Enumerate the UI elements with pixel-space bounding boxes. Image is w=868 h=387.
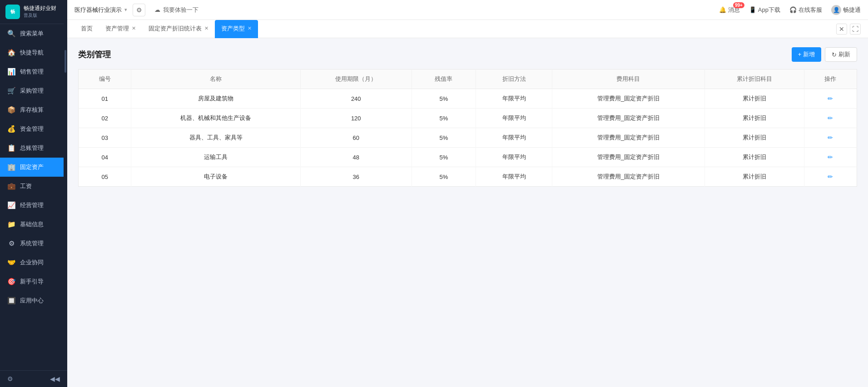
sidebar-item-label: 销售管理	[20, 68, 44, 76]
sidebar-item-purchase[interactable]: 🛒 采购管理	[0, 81, 67, 100]
gear-button[interactable]: ⚙	[133, 4, 145, 16]
user-avatar-icon: 👤	[831, 5, 841, 15]
user-button[interactable]: 👤 畅捷通	[831, 5, 861, 15]
cell-period: 36	[301, 167, 412, 187]
table-row: 05 电子设备 36 5% 年限平均 管理费用_固定资产折旧 累计折旧 ✏	[79, 167, 857, 187]
cell-code: 01	[79, 89, 131, 109]
refresh-label: 刷新	[838, 50, 850, 59]
collapse-icon[interactable]: ◀◀	[50, 375, 60, 382]
sidebar-item-quicknav[interactable]: 🏠 快捷导航	[0, 43, 67, 62]
cell-expense: 管理费用_固定资产折旧	[552, 109, 705, 128]
col-residual: 残值率	[412, 69, 476, 89]
close-icon[interactable]: ✕	[132, 25, 136, 31]
sidebar-item-fixed-assets[interactable]: 🏢 固定资产	[0, 158, 67, 177]
username-label: 畅捷通	[843, 6, 861, 14]
tab-asset-type[interactable]: 资产类型 ✕	[215, 20, 258, 38]
cell-period: 240	[301, 89, 412, 109]
cell-code: 02	[79, 109, 131, 128]
asset-type-table: 编号 名称 使用期限（月） 残值率 折旧方法 费用科目 累计折旧科目 操作 01…	[78, 69, 857, 187]
edit-button[interactable]: ✏	[828, 95, 833, 102]
cell-period: 48	[301, 148, 412, 167]
system-icon: ⚙	[7, 239, 15, 248]
edit-button[interactable]: ✏	[828, 134, 833, 141]
tabbar: 首页 资产管理 ✕ 固定资产折旧统计表 ✕ 资产类型 ✕ ✕ ⛶	[67, 20, 868, 38]
main-area: 医疗器械行业演示 ▾ ⚙ ☁ 我要体验一下 🔔 消息 99+ 📱 App下载 🎧…	[67, 0, 868, 387]
cell-accumulated: 累计折旧	[704, 148, 804, 167]
tab-depreciation-table[interactable]: 固定资产折旧统计表 ✕	[142, 20, 215, 38]
app-download-button[interactable]: 📱 App下载	[749, 6, 780, 14]
refresh-icon: ↻	[832, 51, 837, 58]
experience-button[interactable]: ☁ 我要体验一下	[154, 6, 198, 14]
sidebar-item-operations[interactable]: 📈 经营管理	[0, 196, 67, 215]
cell-action: ✏	[804, 128, 857, 148]
new-button[interactable]: + 新增	[792, 47, 821, 62]
sidebar-item-payroll[interactable]: 💼 工资	[0, 177, 67, 196]
sidebar-item-guide[interactable]: 🎯 新手引导	[0, 272, 67, 291]
cell-name: 电子设备	[131, 167, 301, 187]
guide-icon: 🎯	[7, 278, 15, 286]
sidebar-item-inventory[interactable]: 📦 库存核算	[0, 100, 67, 119]
sidebar-item-appstore[interactable]: 🔲 应用中心	[0, 291, 67, 310]
app-download-label: App下载	[758, 6, 780, 14]
col-expense: 费用科目	[552, 69, 705, 89]
sidebar-item-finance[interactable]: 💰 资金管理	[0, 119, 67, 139]
edit-button[interactable]: ✏	[828, 173, 833, 180]
sidebar-item-label: 系统管理	[20, 239, 44, 248]
module-selector[interactable]: 医疗器械行业演示 ▾	[74, 6, 127, 14]
messages-button[interactable]: 🔔 消息 99+	[719, 6, 740, 14]
sidebar-item-label: 经营管理	[20, 201, 44, 209]
sidebar-item-system[interactable]: ⚙ 系统管理	[0, 234, 67, 253]
sidebar-item-ledger[interactable]: 📋 总账管理	[0, 139, 67, 158]
settings-icon[interactable]: ⚙	[7, 375, 13, 382]
ledger-icon: 📋	[7, 144, 15, 152]
tabbar-actions: ✕ ⛶	[836, 24, 861, 35]
tab-asset-type-label: 资产类型	[221, 25, 245, 33]
sidebar-item-sales[interactable]: 📊 销售管理	[0, 62, 67, 81]
tab-home[interactable]: 首页	[74, 20, 99, 38]
cell-accumulated: 累计折旧	[704, 89, 804, 109]
sidebar-item-label: 总账管理	[20, 144, 44, 152]
cell-name: 机器、机械和其他生产设备	[131, 109, 301, 128]
tab-close-button[interactable]: ✕	[836, 24, 847, 35]
bell-icon: 🔔	[719, 6, 726, 13]
sidebar-item-label: 搜索菜单	[20, 30, 44, 38]
tab-expand-button[interactable]: ⛶	[850, 24, 861, 35]
close-icon[interactable]: ✕	[248, 25, 252, 31]
online-support-button[interactable]: 🎧 在线客服	[789, 6, 822, 14]
tab-asset-management[interactable]: 资产管理 ✕	[99, 20, 142, 38]
sidebar-item-search[interactable]: 🔍 搜索菜单	[0, 24, 67, 43]
sidebar-item-collab[interactable]: 🤝 企业协同	[0, 253, 67, 272]
sidebar-item-basic-info[interactable]: 📁 基础信息	[0, 215, 67, 234]
cell-method: 年限平均	[476, 148, 552, 167]
cell-residual: 5%	[412, 109, 476, 128]
refresh-button[interactable]: ↻ 刷新	[825, 47, 857, 62]
cell-method: 年限平均	[476, 109, 552, 128]
purchase-icon: 🛒	[7, 87, 15, 95]
cell-name: 房屋及建筑物	[131, 89, 301, 109]
cell-period: 120	[301, 109, 412, 128]
cell-code: 04	[79, 148, 131, 167]
edit-button[interactable]: ✏	[828, 154, 833, 161]
cell-method: 年限平均	[476, 128, 552, 148]
cell-action: ✏	[804, 109, 857, 128]
col-name: 名称	[131, 69, 301, 89]
online-support-label: 在线客服	[799, 6, 822, 14]
cell-method: 年限平均	[476, 89, 552, 109]
cell-code: 05	[79, 167, 131, 187]
cell-accumulated: 累计折旧	[704, 128, 804, 148]
home-icon: 🏠	[7, 49, 15, 57]
edit-button[interactable]: ✏	[828, 114, 833, 122]
sidebar: 畅 畅捷通好业财 普及版 🔍 搜索菜单 🏠 快捷导航 📊 销售管理 🛒 采购管理…	[0, 0, 67, 387]
module-label: 医疗器械行业演示	[74, 6, 122, 14]
inventory-icon: 📦	[7, 106, 15, 114]
close-icon[interactable]: ✕	[204, 25, 208, 31]
search-icon: 🔍	[7, 30, 15, 38]
sidebar-item-label: 应用中心	[20, 297, 44, 305]
col-period: 使用期限（月）	[301, 69, 412, 89]
cell-name: 运输工具	[131, 148, 301, 167]
cell-action: ✏	[804, 167, 857, 187]
chevron-down-icon: ▾	[124, 7, 127, 13]
payroll-icon: 💼	[7, 182, 15, 190]
table-row: 01 房屋及建筑物 240 5% 年限平均 管理费用_固定资产折旧 累计折旧 ✏	[79, 89, 857, 109]
sidebar-item-label: 快捷导航	[20, 49, 44, 57]
